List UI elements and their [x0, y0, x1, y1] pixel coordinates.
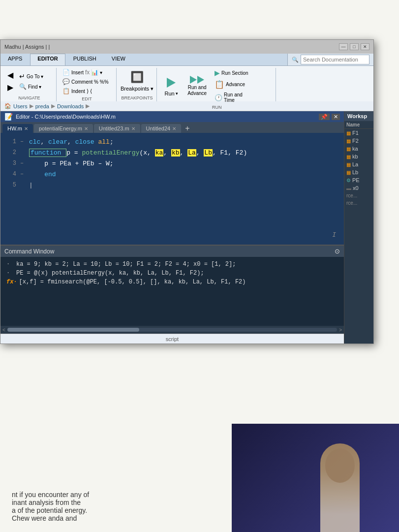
comment-button[interactable]: 💬 Comment % %% [61, 77, 113, 86]
editor-tab-untitled23[interactable]: Untitled23.m ✕ [94, 124, 140, 133]
run-section-label: Run Section [221, 70, 248, 76]
editor-pin-button[interactable]: 📌 [319, 114, 330, 120]
workspace-item-PE[interactable]: ⚙ PE [344, 176, 373, 184]
cmd-line-3: fx· [x,f] = fminsearch(@PE, [-0.5, 0.5],… [6, 279, 338, 285]
insert-icon: 📄 [62, 69, 70, 76]
comment-icon: 💬 [62, 78, 70, 85]
bg-text-2: inant analysis from the [12, 499, 215, 506]
command-window[interactable]: · ka = 9; kb = 2; La = 10; Lb = 10; F1 =… [0, 257, 344, 326]
title-bar-text: Madhu | Assigns | | [4, 44, 50, 50]
main-content: 📝 Editor - C:\Users\preda\Downloads\HW.m… [0, 111, 373, 344]
tab-apps[interactable]: APPS [0, 54, 30, 65]
ribbon-group-navigate: ◀ ▶ ↵ Go To ▾ 🔍 Find ▾ NAVIGA [2, 68, 57, 101]
status-bar: script [0, 334, 344, 344]
workspace-panel: Worksp Name ▦ F1 ▦ F2 ▦ ka ▦ [344, 111, 373, 344]
tab-close-untitled24[interactable]: ✕ [172, 126, 176, 131]
breakpoints-button[interactable]: Breakpoints ▾ [121, 86, 153, 92]
maximize-button[interactable]: □ [350, 43, 359, 50]
ws-icon-kb: ▦ [346, 154, 351, 159]
workspace-name-col: Name [344, 121, 373, 129]
ribbon-group-edit: 📄 Insert fx 📊 ▾ 💬 Comment % %% 📋 [58, 68, 117, 101]
workspace-item-F2[interactable]: ▦ F2 [344, 137, 373, 145]
workspace-item-kb[interactable]: ▦ kb [344, 153, 373, 160]
editor-tab-potential[interactable]: potentialEnergy.m ✕ [34, 124, 93, 133]
search-icon: 🔍 [292, 57, 299, 63]
ribbon-group-run: Run ▾ Run andAdvance [158, 68, 276, 101]
edit-group-label: EDIT [61, 96, 113, 101]
code-line-3: 3 – p = PEa + PEb – W; [4, 158, 340, 168]
tab-close-untitled23[interactable]: ✕ [131, 126, 135, 131]
breadcrumb-icon: 🏠 [4, 103, 11, 109]
breadcrumb-users[interactable]: Users [13, 103, 28, 109]
editor-titlebar: 📝 Editor - C:\Users\preda\Downloads\HW.m… [0, 111, 344, 122]
editor-icon: 📝 [4, 113, 13, 121]
scroll-right-btn[interactable]: > [339, 327, 342, 333]
run-section-icon: ▶ [215, 69, 220, 77]
command-window-titlebar: Command Window ⊙ [0, 245, 344, 257]
code-line-2: 2 – function p = potentialEnergy(x, ka, … [4, 148, 340, 157]
code-spacer [4, 191, 340, 230]
tab-editor[interactable]: EDITOR [30, 54, 65, 65]
navigate-group-label: NAVIGATE [5, 95, 53, 100]
find-icon: 🔍 [19, 83, 27, 90]
code-editor[interactable]: 1 – clc, clear, close all; 2 – function [0, 133, 344, 245]
bg-text-4: Chew were anda and [12, 514, 215, 522]
advance-label: Advance [226, 82, 245, 87]
run-group-label: RUN [161, 105, 273, 110]
advance-button[interactable]: 📋 Advance [213, 79, 250, 90]
ws-icon-Lb: ▦ [346, 170, 351, 175]
tab-view[interactable]: VIEW [104, 54, 133, 65]
tab-close-hwm[interactable]: ✕ [24, 126, 28, 131]
editor-title: Editor - C:\Users\preda\Downloads\HW.m [16, 114, 116, 120]
cmd-text-3: [x,f] = fminsearch(@PE, [-0.5, 0.5], [],… [19, 279, 246, 285]
navigate-forward-button[interactable]: ▶ [5, 82, 15, 93]
indent-icon: 📋 [62, 88, 70, 94]
run-label: Run [165, 91, 175, 96]
workspace-item-La[interactable]: ▦ La [344, 160, 373, 168]
bg-text-1: nt if you encounter any of [12, 491, 215, 499]
search-input[interactable] [301, 55, 369, 64]
workspace-item-rce1[interactable]: rce... [344, 192, 373, 199]
indent-button[interactable]: 📋 Indent ⟩ ⟨ [61, 87, 113, 95]
advance-icon: 📋 [215, 80, 224, 89]
cmd-text-1: ka = 9; kb = 2; La = 10; Lb = 10; F1 = 2… [16, 261, 236, 268]
editor-tab-hwm[interactable]: HW.m ✕ [2, 124, 33, 133]
run-time-label: Run andTime [224, 92, 243, 103]
code-line-5: 5 – | [4, 180, 340, 190]
run-advance-button[interactable]: Run andAdvance [185, 74, 209, 98]
goto-button[interactable]: ↵ Go To ▾ [17, 71, 45, 81]
editor-close-button[interactable]: ✕ [332, 114, 340, 120]
workspace-item-rce2[interactable]: rce... [344, 199, 373, 207]
ribbon-content: ◀ ▶ ↵ Go To ▾ 🔍 Find ▾ NAVIGA [0, 66, 373, 101]
breakpoints-icon: 🔲 [130, 71, 144, 84]
navigate-back-button[interactable]: ◀ [5, 69, 15, 81]
breakpoints-group-label: BREAKPOINTS [121, 95, 153, 100]
clock-icon: 🕐 [215, 94, 222, 101]
cmd-expand-icon[interactable]: ⊙ [335, 248, 340, 255]
editor-tab-untitled24[interactable]: Untitled24 ✕ [141, 124, 182, 133]
new-tab-button[interactable]: + [182, 124, 192, 133]
breadcrumb-downloads[interactable]: Downloads [57, 103, 84, 109]
scroll-left-btn[interactable]: < [2, 327, 5, 333]
ws-icon-x0: ▬ [346, 186, 351, 191]
code-line-4: 4 – end [4, 169, 340, 179]
tab-publish[interactable]: PUBLISH [66, 54, 104, 65]
bg-image-area [232, 424, 399, 532]
workspace-item-Lb[interactable]: ▦ Lb [344, 168, 373, 176]
find-button[interactable]: 🔍 Find ▾ [17, 82, 45, 91]
close-button[interactable]: ✕ [361, 43, 369, 50]
run-button[interactable]: Run ▾ [161, 74, 182, 98]
workspace-item-x0[interactable]: ▬ x0 [344, 184, 373, 192]
bg-text-3: a of the potential energy. [12, 506, 215, 514]
scrollbar-horizontal[interactable]: < > [0, 326, 344, 334]
ws-icon-F2: ▦ [346, 138, 351, 144]
run-section-button[interactable]: ▶ Run Section [213, 68, 250, 78]
run-time-button[interactable]: 🕐 Run andTime [213, 91, 250, 104]
insert-button[interactable]: 📄 Insert fx 📊 ▾ [61, 68, 113, 77]
breadcrumb-preda[interactable]: preda [35, 103, 49, 109]
goto-icon: ↵ [19, 72, 25, 80]
workspace-item-F1[interactable]: ▦ F1 [344, 129, 373, 137]
workspace-item-ka[interactable]: ▦ ka [344, 145, 373, 153]
minimize-button[interactable]: — [339, 43, 348, 50]
tab-close-potential[interactable]: ✕ [84, 126, 88, 131]
